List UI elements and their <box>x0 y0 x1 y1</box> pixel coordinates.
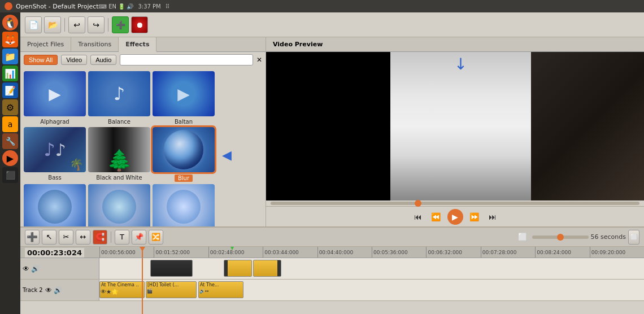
move-tool-button[interactable]: ↔ <box>76 230 90 245</box>
add-track-button[interactable]: ➕ <box>25 230 40 245</box>
ruler-marks: 00:00:56:000 00:01:52:000 00:02:48:000 0… <box>99 247 644 258</box>
step-forward-button[interactable]: ⏩ <box>468 210 481 224</box>
track-2-eye-icon[interactable]: 👁 <box>45 286 52 294</box>
toolbar-sep-2 <box>108 18 108 32</box>
effect-blur[interactable]: Blur ◀ <box>153 127 215 182</box>
effect-baltan[interactable]: Baltan <box>153 71 215 125</box>
skip-to-end-button[interactable]: ⏭ <box>486 210 499 224</box>
ruler-mark-7: 00:07:28:000 <box>481 247 535 258</box>
step-back-button[interactable]: ⏪ <box>429 210 443 224</box>
tab-project-files[interactable]: Project Files <box>20 37 71 51</box>
effect-thumb-blur <box>153 127 215 172</box>
seek-handle[interactable] <box>415 200 421 207</box>
main-layout: 🐧 🦊 📁 📊 📝 ⚙ a 🔧 ▶ ⬛ 📄 📂 ↩ ↪ ➕ ⏺ <box>0 12 644 314</box>
dock-terminal[interactable]: ⬛ <box>2 167 18 183</box>
clip-handle-left <box>224 260 228 276</box>
select-tool-button[interactable]: ↖ <box>42 230 56 245</box>
transition-insert-button[interactable]: 🔀 <box>149 230 163 245</box>
new-button[interactable]: 📄 <box>25 16 42 33</box>
filter-audio[interactable]: Audio <box>90 55 116 65</box>
ruler-mark-8: 00:08:24:000 <box>535 247 589 258</box>
effect-thumb-balance <box>88 71 150 116</box>
effect-balance[interactable]: Balance <box>88 71 150 125</box>
skip-to-start-button[interactable]: ⏮ <box>411 210 425 224</box>
tab-effects[interactable]: Effects <box>119 37 156 52</box>
clock: 3:37 PM <box>138 3 160 10</box>
track-2-label: Track 2 👁 🔊 <box>20 280 99 300</box>
track-1-icons: 👁 🔊 <box>23 265 40 273</box>
effect-thumb-alphagrad <box>24 71 86 116</box>
preview-tab: Video Preview <box>266 37 644 52</box>
zoom-handle[interactable] <box>557 234 564 241</box>
effect-thumb-row3b <box>88 184 150 226</box>
track-2-clip-toilet[interactable]: [HD] Toilet (... 🎬 <box>146 281 197 298</box>
zoom-slider[interactable] <box>532 236 589 239</box>
search-clear-icon[interactable]: ✕ <box>256 56 262 64</box>
sys-tray: ⌨ EN 🔋 🔊 <box>99 3 134 10</box>
filter-show-all[interactable]: Show All <box>24 55 58 65</box>
effect-row3-1[interactable] <box>88 184 150 226</box>
seek-bar[interactable] <box>271 202 639 205</box>
track-2-clip-at-the[interactable]: At The... 🔊↔ <box>198 281 243 298</box>
cut-tool-button[interactable]: ✂ <box>59 230 73 245</box>
effect-thumb-row3a <box>24 184 86 226</box>
track-1-audio-icon[interactable]: 🔊 <box>31 265 40 273</box>
preview-left-black <box>266 52 390 200</box>
filter-search[interactable] <box>120 54 253 66</box>
ruler-mark-6: 00:06:32:000 <box>426 247 480 258</box>
track-2-audio-icon[interactable]: 🔊 <box>54 286 62 294</box>
import-button[interactable]: ➕ <box>112 16 129 33</box>
preview-center: ↓ <box>390 52 531 200</box>
title-button[interactable]: T <box>115 230 129 245</box>
main-toolbar: 📄 📂 ↩ ↪ ➕ ⏺ <box>20 12 644 37</box>
track-1-clip-dark[interactable] <box>150 260 193 277</box>
track-1-clip-yellow-1[interactable] <box>224 260 252 277</box>
effect-thumb-row3c <box>153 184 215 226</box>
track-1-label: 👁 🔊 <box>20 258 99 279</box>
marker-button[interactable]: 📌 <box>132 230 146 245</box>
effect-row3-2[interactable] <box>153 184 215 226</box>
track-2-clip-cinema[interactable]: At The Cinema .. 👁★🌟 <box>99 281 145 298</box>
tl-sep-1 <box>111 232 111 243</box>
dock-files[interactable]: 📁 <box>2 49 18 64</box>
zoom-fit-button[interactable]: ⬜ <box>628 230 639 245</box>
playback-controls: ⏮ ⏪ ▶ ⏩ ⏭ <box>266 206 644 226</box>
open-button[interactable]: 📂 <box>44 16 61 33</box>
redo-button[interactable]: ↪ <box>88 16 105 33</box>
tab-transitions[interactable]: Transitions <box>71 37 119 51</box>
effect-thumb-bass: ♪ 🌴 <box>24 127 86 172</box>
track-2-content[interactable]: At The Cinema .. 👁★🌟 [HD] Toilet (... 🎬 … <box>99 280 644 300</box>
tab-bar: Project Files Transitions Effects <box>20 37 266 52</box>
dock-calc[interactable]: 📊 <box>2 66 18 81</box>
effect-row3-0[interactable] <box>24 184 86 226</box>
timecode-display: 00:00:23:024 <box>25 248 84 258</box>
effect-bass[interactable]: ♪ 🌴 Bass <box>24 127 86 182</box>
blue-arrow-indicator: ◀ <box>222 147 232 162</box>
zoom-out-button[interactable]: ⬜ <box>515 230 530 245</box>
ruler-mark-2: 00:02:48:000 <box>208 247 263 258</box>
snap-button[interactable]: 🧲 <box>93 230 107 245</box>
dock-firefox[interactable]: 🦊 <box>2 32 18 47</box>
filter-video[interactable]: Video <box>61 55 87 65</box>
seek-row <box>266 200 644 206</box>
ruler-mark-3: 00:03:44:000 <box>263 247 317 258</box>
ruler-mark-5: 00:05:36:000 <box>372 247 426 258</box>
play-button[interactable]: ▶ <box>447 209 463 225</box>
dock-settings[interactable]: ⚙ <box>2 99 18 115</box>
dock-writer[interactable]: 📝 <box>2 82 18 98</box>
playhead-tip <box>140 247 145 251</box>
ruler-mark-4: 00:04:40:000 <box>317 247 372 258</box>
dock-media[interactable]: ▶ <box>2 150 18 166</box>
effect-alphagrad[interactable]: Alphagrad <box>24 71 86 125</box>
ubuntu-icon[interactable]: 🐧 <box>2 15 18 30</box>
record-button[interactable]: ⏺ <box>131 16 148 33</box>
undo-button[interactable]: ↩ <box>68 16 85 33</box>
dock-amazon[interactable]: a <box>2 116 18 132</box>
dock-system[interactable]: 🔧 <box>2 133 18 149</box>
effect-bw[interactable]: 🌲 Black and White <box>88 127 150 182</box>
track-1-content[interactable] <box>99 258 644 279</box>
zoom-bar: ⬜ 56 seconds ⬜ <box>515 230 639 245</box>
track-1-eye-icon[interactable]: 👁 <box>23 265 29 273</box>
track-1-clip-yellow-2[interactable] <box>253 260 281 277</box>
playhead-ruler <box>142 247 143 258</box>
